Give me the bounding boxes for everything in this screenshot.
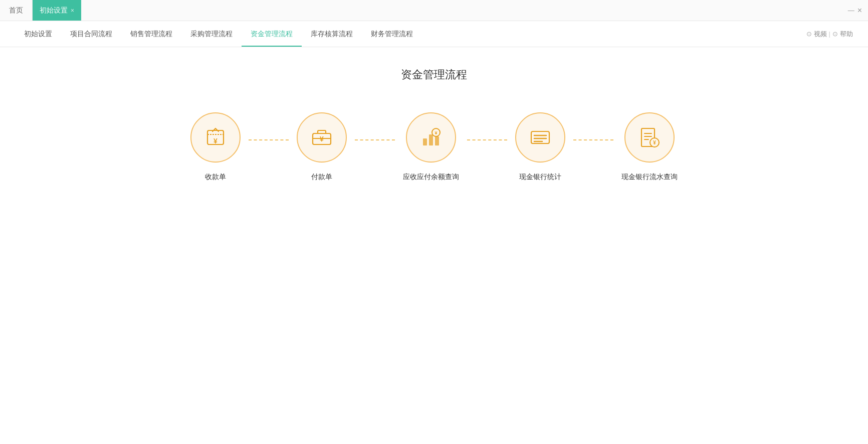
shoukuan-label: 收款单 bbox=[205, 173, 226, 182]
fukuan-label: 付款单 bbox=[311, 173, 332, 182]
help-link[interactable]: 帮助 bbox=[840, 30, 853, 39]
nav-item-chushi-label: 初始设置 bbox=[24, 30, 52, 39]
svg-text:¥: ¥ bbox=[213, 137, 218, 145]
connector-3 bbox=[459, 139, 515, 155]
shoukuan-icon: ¥ bbox=[202, 124, 229, 151]
nav-item-finance[interactable]: 财务管理流程 bbox=[362, 21, 422, 47]
active-tab[interactable]: 初始设置 × bbox=[33, 0, 81, 21]
dotted-line-2 bbox=[355, 139, 395, 140]
top-bar-right: — × bbox=[848, 6, 868, 15]
nav-item-project-label: 项目合同流程 bbox=[70, 30, 112, 39]
connector-4 bbox=[565, 139, 621, 155]
nav-item-finance-label: 财务管理流程 bbox=[371, 30, 413, 39]
dotted-line-4 bbox=[573, 139, 613, 140]
svg-rect-5 bbox=[423, 138, 427, 145]
flow-container: ¥ 收款单 ¥ 付款单 bbox=[30, 112, 838, 182]
svg-rect-6 bbox=[429, 134, 433, 145]
nav-right: ⊙ 视频 | ⊙ 帮助 bbox=[806, 30, 853, 39]
home-tab[interactable]: 首页 bbox=[0, 0, 33, 21]
nav-item-purchase-label: 采购管理流程 bbox=[190, 30, 233, 39]
dotted-line-1 bbox=[249, 139, 289, 140]
nav-divider: | bbox=[829, 30, 830, 38]
nav-item-project[interactable]: 项目合同流程 bbox=[61, 21, 121, 47]
help-icon: ⊙ bbox=[832, 30, 838, 38]
flow-item-xianjin[interactable]: 现金银行统计 bbox=[515, 112, 565, 182]
dotted-line-3 bbox=[467, 139, 507, 140]
liushui-icon-circle: ¥ bbox=[624, 112, 675, 163]
yingshou-label: 应收应付余额查询 bbox=[403, 173, 459, 182]
yingshou-icon-circle: ¥ bbox=[406, 112, 456, 163]
nav-item-inventory-label: 库存核算流程 bbox=[311, 30, 353, 39]
svg-text:¥: ¥ bbox=[653, 140, 656, 145]
svg-text:¥: ¥ bbox=[435, 130, 437, 135]
flow-item-liushui[interactable]: ¥ 现金银行流水查询 bbox=[621, 112, 678, 182]
nav-bar: 初始设置 项目合同流程 销售管理流程 采购管理流程 资金管理流程 库存核算流程 … bbox=[0, 21, 868, 47]
nav-item-inventory[interactable]: 库存核算流程 bbox=[302, 21, 362, 47]
active-tab-label: 初始设置 bbox=[40, 6, 68, 15]
page-title: 资金管理流程 bbox=[30, 67, 838, 82]
nav-item-capital-label: 资金管理流程 bbox=[251, 30, 293, 39]
shoukuan-icon-circle: ¥ bbox=[190, 112, 241, 163]
svg-rect-7 bbox=[435, 136, 439, 145]
xianjin-label: 现金银行统计 bbox=[519, 173, 561, 182]
liushui-icon: ¥ bbox=[636, 124, 663, 151]
liushui-label: 现金银行流水查询 bbox=[621, 173, 678, 182]
fukuan-icon-circle: ¥ bbox=[297, 112, 347, 163]
main-content: 资金管理流程 ¥ 收款单 bbox=[0, 47, 868, 202]
nav-item-purchase[interactable]: 采购管理流程 bbox=[181, 21, 242, 47]
xianjin-icon bbox=[527, 124, 553, 151]
fukuan-icon: ¥ bbox=[309, 124, 335, 151]
xianjin-icon-circle bbox=[515, 112, 565, 163]
yingshou-icon: ¥ bbox=[418, 124, 444, 151]
nav-item-sales-label: 销售管理流程 bbox=[130, 30, 172, 39]
top-bar: 首页 初始设置 × — × bbox=[0, 0, 868, 21]
nav-item-sales[interactable]: 销售管理流程 bbox=[121, 21, 181, 47]
flow-item-fukuan[interactable]: ¥ 付款单 bbox=[297, 112, 347, 182]
connector-1 bbox=[241, 139, 297, 155]
connector-2 bbox=[347, 139, 403, 155]
home-tab-label: 首页 bbox=[9, 6, 23, 15]
flow-item-shoukuan[interactable]: ¥ 收款单 bbox=[190, 112, 241, 182]
close-tab-icon[interactable]: × bbox=[71, 7, 74, 14]
window-minimize-icon[interactable]: — bbox=[848, 7, 854, 14]
video-link[interactable]: 视频 bbox=[814, 30, 827, 39]
window-close-icon[interactable]: × bbox=[857, 6, 862, 15]
nav-item-chushi[interactable]: 初始设置 bbox=[15, 21, 61, 47]
flow-item-yingshou[interactable]: ¥ 应收应付余额查询 bbox=[403, 112, 459, 182]
video-icon: ⊙ bbox=[806, 30, 812, 38]
nav-item-capital[interactable]: 资金管理流程 bbox=[242, 21, 302, 47]
